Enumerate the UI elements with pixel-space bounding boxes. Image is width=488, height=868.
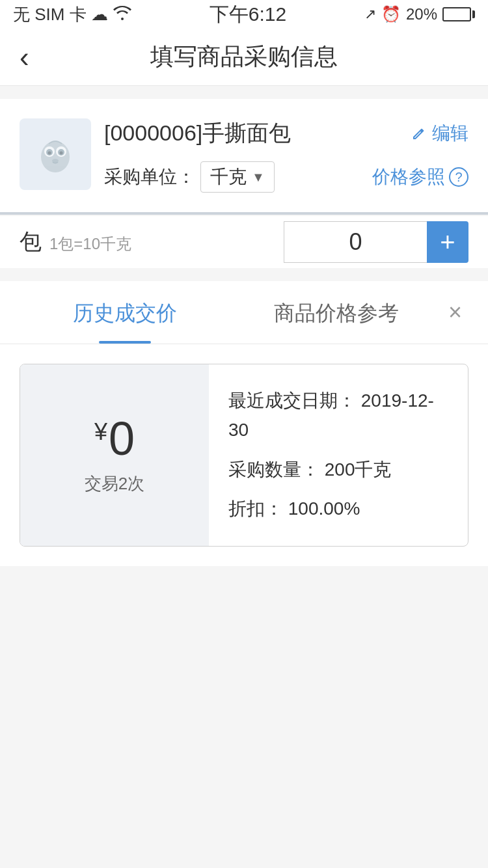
wifi-icon: [113, 5, 131, 25]
battery-icon: [442, 7, 475, 21]
nav-bar: ‹ 填写商品采购信息: [0, 29, 488, 86]
purchase-qty-label: 采购数量：: [228, 459, 319, 480]
price-main: ¥ 0: [94, 415, 135, 462]
recent-date-row: 最近成交日期： 2019-12-30: [228, 387, 448, 445]
quantity-input[interactable]: [284, 221, 427, 263]
tabs-header: 历史成交价 商品价格参考 ×: [0, 281, 488, 344]
edit-button[interactable]: 编辑: [411, 121, 468, 146]
price-currency: ¥: [94, 420, 107, 444]
quantity-section: 包 1包=10千克 +: [0, 216, 488, 268]
product-info: [0000006]手撕面包 编辑 采购单位： 千克 ▼: [104, 118, 468, 193]
location-icon: ↗: [364, 6, 376, 23]
price-card-container: ¥ 0 交易2次 最近成交日期： 2019-12-30 采购数量： 200千克: [0, 344, 488, 566]
quantity-plus-button[interactable]: +: [427, 221, 468, 263]
back-button[interactable]: ‹: [20, 43, 29, 72]
quantity-unit-big: 包: [20, 227, 42, 257]
discount-label: 折扣：: [228, 498, 283, 519]
purchase-qty-value: 200千克: [325, 459, 392, 480]
recent-date-label: 最近成交日期：: [228, 390, 356, 411]
status-left: 无 SIM 卡 ☁: [13, 3, 131, 26]
quantity-unit-small: 1包=10千克: [49, 234, 131, 254]
status-right: ↗ ⏰ 20%: [364, 5, 475, 23]
price-amount: 0: [109, 415, 135, 462]
price-reference-button[interactable]: 价格参照 ?: [372, 165, 468, 189]
main-content: [0000006]手撕面包 编辑 采购单位： 千克 ▼: [0, 99, 488, 566]
status-time: 下午6:12: [210, 1, 286, 28]
price-card-left: ¥ 0 交易2次: [20, 364, 209, 546]
price-card-right: 最近成交日期： 2019-12-30 采购数量： 200千克 折扣： 100.0…: [209, 364, 468, 546]
discount-value: 100.00%: [288, 498, 360, 519]
unit-select[interactable]: 千克 ▼: [200, 161, 275, 193]
trade-count: 交易2次: [85, 472, 144, 495]
divider: [0, 212, 488, 215]
status-bar: 无 SIM 卡 ☁ 下午6:12 ↗ ⏰ 20%: [0, 0, 488, 29]
price-ref-label: 价格参照: [372, 165, 445, 189]
alarm-icon: ⏰: [381, 5, 401, 23]
battery-percent: 20%: [406, 5, 437, 23]
svg-point-0: [41, 141, 70, 172]
product-name: [0000006]手撕面包: [104, 118, 291, 148]
unit-label: 采购单位：: [104, 165, 195, 189]
unit-value: 千克: [210, 165, 247, 189]
product-thumbnail: [20, 118, 91, 190]
tab-close-button[interactable]: ×: [442, 294, 468, 331]
help-icon: ?: [449, 167, 468, 187]
tabs-container: 历史成交价 商品价格参考 × ¥ 0 交易2次 最近成交日期：: [0, 281, 488, 566]
purchase-qty-row: 采购数量： 200千克: [228, 455, 448, 485]
page-title: 填写商品采购信息: [150, 41, 338, 73]
svg-point-5: [48, 152, 51, 155]
svg-point-7: [52, 159, 59, 163]
svg-point-6: [60, 152, 63, 155]
price-card: ¥ 0 交易2次 最近成交日期： 2019-12-30 采购数量： 200千克: [20, 364, 468, 547]
discount-row: 折扣： 100.00%: [228, 495, 448, 524]
product-card: [0000006]手撕面包 编辑 采购单位： 千克 ▼: [0, 99, 488, 212]
quantity-input-group: +: [284, 221, 468, 263]
tab-product-price-ref[interactable]: 商品价格参考: [230, 281, 441, 344]
sim-label: 无 SIM 卡 ☁: [13, 3, 108, 26]
tab-history-price[interactable]: 历史成交价: [20, 281, 230, 344]
chevron-down-icon: ▼: [252, 170, 265, 185]
